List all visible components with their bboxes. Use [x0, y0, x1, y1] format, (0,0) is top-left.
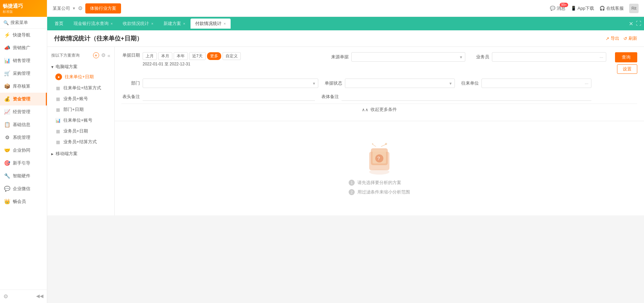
- topbar: 某某公司 ▾ ⚙ 体验行业方案 💬 消息 99+ 📱 App下载 🎧 在线客服 …: [47, 0, 644, 17]
- tab-new-scheme-close[interactable]: ×: [183, 22, 185, 26]
- scheme-settings-icon[interactable]: ⚙: [101, 52, 106, 58]
- refresh-button[interactable]: ↺ 刷新: [623, 35, 637, 41]
- page-title: 付款情况统计（往来单位+日期）: [54, 34, 143, 42]
- tab-receipt-close[interactable]: ×: [151, 22, 153, 26]
- user-avatar[interactable]: Rit: [629, 4, 639, 13]
- topbar-gear-icon[interactable]: ⚙: [78, 5, 83, 11]
- date-range-display: 2022-01-01 至 2022-12-31: [143, 61, 241, 67]
- scheme-item-salesman-date[interactable]: ▦ 业务员+日期: [47, 126, 114, 137]
- active-indicator: ●: [55, 73, 62, 80]
- doc-status-select[interactable]: ▾: [345, 79, 455, 88]
- salesman-label: 业务员: [471, 54, 489, 60]
- sidebar-footer: ⚙ ◀◀: [0, 290, 47, 303]
- scheme-item-unit-settlement[interactable]: ▦ 往来单位+结算方式: [47, 83, 114, 93]
- capital-icon: 💰: [4, 96, 10, 102]
- scheme-icons: + ⚙ «: [93, 52, 110, 58]
- date-7days-btn[interactable]: 近7天: [189, 52, 206, 60]
- filter-actions: 查询 设置: [612, 52, 637, 74]
- export-button[interactable]: ↗ 导出: [606, 35, 619, 41]
- scheme-grid-icon5: ▦: [55, 139, 61, 145]
- empty-tip-2: 2 用过滤条件来缩小分析范围: [349, 189, 410, 195]
- tab-new-scheme[interactable]: 新建方案 ×: [159, 19, 190, 29]
- export-icon: ↗: [606, 36, 609, 41]
- topbar-left: 某某公司 ▾ ⚙ 体验行业方案: [53, 3, 546, 13]
- date-custom-btn[interactable]: 自定义: [223, 52, 241, 60]
- sidebar-item-sales[interactable]: 📊 销售管理: [0, 54, 47, 67]
- scheme-mobile-title[interactable]: ▸ 移动端方案: [47, 149, 114, 158]
- tab-bank[interactable]: 现金银行流水查询 ×: [69, 19, 117, 29]
- tip-num-2: 2: [349, 189, 355, 195]
- tab-home[interactable]: 首页: [50, 19, 68, 29]
- scheme-panel: 按以下方案查询 + ⚙ « ▾ 电脑端方案 ● 往来单位+日期: [47, 47, 115, 215]
- tab-bank-close[interactable]: ×: [111, 22, 113, 26]
- scheme-grid-icon4: ▦: [55, 128, 61, 134]
- query-button[interactable]: 查询: [615, 52, 637, 62]
- sidebar-search[interactable]: 🔍 搜索菜单: [0, 17, 47, 29]
- shortcut-icon: ⚡: [4, 32, 10, 38]
- online-service-item[interactable]: 🎧 在线客服: [599, 5, 624, 11]
- unit-select[interactable]: ···: [481, 79, 591, 88]
- svg-text:?: ?: [377, 156, 380, 161]
- unit-label: 往来单位: [460, 80, 479, 86]
- sidebar-item-inventory[interactable]: 📦 库存核算: [0, 80, 47, 93]
- scheme-item-dept-date[interactable]: ▦ 部门+日期: [47, 104, 114, 115]
- dropdown-arrow-icon[interactable]: ▾: [73, 6, 75, 11]
- scheme-mobile-section: ▸ 移动端方案: [47, 149, 114, 158]
- scheme-add-icon[interactable]: +: [93, 52, 99, 58]
- svg-point-8: [385, 143, 387, 145]
- tip-num-1: 1: [349, 180, 355, 186]
- app-download-item[interactable]: 📱 App下载: [571, 5, 594, 11]
- scheme-desktop-title[interactable]: ▾ 电脑端方案: [47, 62, 114, 71]
- member-icon: 👑: [4, 199, 10, 205]
- scheme-item-salesman-account[interactable]: ▦ 业务员+账号: [47, 93, 114, 104]
- sidebar-item-marketing[interactable]: 📣 营销推广: [0, 41, 47, 54]
- purchase-icon: 🛒: [4, 70, 10, 77]
- fullscreen-icon[interactable]: ⛶: [636, 21, 641, 27]
- date-this-year-btn[interactable]: 本年: [174, 52, 188, 60]
- scheme-grid-icon2: ▦: [55, 96, 61, 101]
- collapse-up-icon: ∧∧: [362, 107, 369, 112]
- salesman-select[interactable]: ···: [492, 52, 606, 62]
- scheme-item-salesman-settlement[interactable]: ▦ 业务员+结算方式: [47, 137, 114, 147]
- sidebar-item-purchase[interactable]: 🛒 采购管理: [0, 67, 47, 80]
- body-note-input[interactable]: [342, 93, 591, 101]
- sidebar-collapse-icon[interactable]: ◀◀: [36, 293, 43, 300]
- scheme-collapse-icon[interactable]: «: [108, 53, 110, 58]
- trial-button[interactable]: 体验行业方案: [85, 3, 121, 13]
- sidebar-settings-icon[interactable]: ⚙: [3, 293, 8, 300]
- messages-badge: 99+: [560, 3, 568, 7]
- unit-chevron-icon: ···: [585, 81, 588, 86]
- sidebar-item-member[interactable]: 👑 畅会员: [0, 195, 47, 208]
- sidebar-item-operations[interactable]: 📈 经营管理: [0, 105, 47, 118]
- sidebar-item-shortcut[interactable]: ⚡ 快捷导航: [0, 29, 47, 41]
- messages-item[interactable]: 💬 消息 99+: [550, 5, 565, 11]
- settings-button[interactable]: 设置: [617, 64, 637, 74]
- sidebar-item-enterprise[interactable]: 🤝 企业协同: [0, 144, 47, 157]
- date-this-month-btn[interactable]: 本月: [158, 52, 172, 60]
- date-label: 单据日期: [121, 52, 140, 58]
- sidebar-item-wechat[interactable]: 💬 企业微信: [0, 182, 47, 195]
- sidebar-item-hardware[interactable]: 🔧 智能硬件: [0, 170, 47, 182]
- header-note-input[interactable]: [143, 93, 315, 101]
- chevron-down-icon: ▾: [51, 64, 54, 69]
- date-last-month-btn[interactable]: 上月: [143, 52, 157, 60]
- sidebar-nav: ⚡ 快捷导航 📣 营销推广 📊 销售管理 🛒 采购管理 📦 库存核算 💰 资金管…: [0, 29, 47, 290]
- sidebar-item-capital[interactable]: 💰 资金管理: [0, 93, 47, 105]
- sidebar: 畅捷通巧 标准版 🔍 搜索菜单 ⚡ 快捷导航 📣 营销推广 📊 销售管理 🛒 采…: [0, 0, 47, 303]
- sidebar-item-system[interactable]: ⚙ 系统管理: [0, 131, 47, 144]
- tab-receipt[interactable]: 收款情况统计 ×: [118, 19, 158, 29]
- date-more-btn[interactable]: 更多: [207, 52, 221, 60]
- sidebar-item-base[interactable]: 📋 基础信息: [0, 118, 47, 131]
- filter-area: 单据日期 上月 本月 本年 近7天 更多 自定义 20: [115, 47, 644, 121]
- sidebar-item-guide[interactable]: 🎯 新手引导: [0, 157, 47, 170]
- dept-select[interactable]: ▾: [143, 79, 318, 88]
- scheme-item-unit-date[interactable]: ● 往来单位+日期: [47, 71, 114, 83]
- scheme-grid-icon3: ▦: [55, 107, 61, 112]
- tab-payment[interactable]: 付款情况统计 ×: [191, 19, 230, 29]
- collapse-bar[interactable]: ∧∧ 收起更多条件: [121, 103, 637, 115]
- close-all-tabs-icon[interactable]: ✕: [629, 21, 633, 27]
- tab-payment-close[interactable]: ×: [224, 22, 226, 26]
- chevron-right-icon: ▸: [51, 151, 54, 156]
- scheme-item-unit-account[interactable]: 📊 往来单位+账号: [47, 115, 114, 126]
- source-select[interactable]: ▾: [351, 52, 466, 62]
